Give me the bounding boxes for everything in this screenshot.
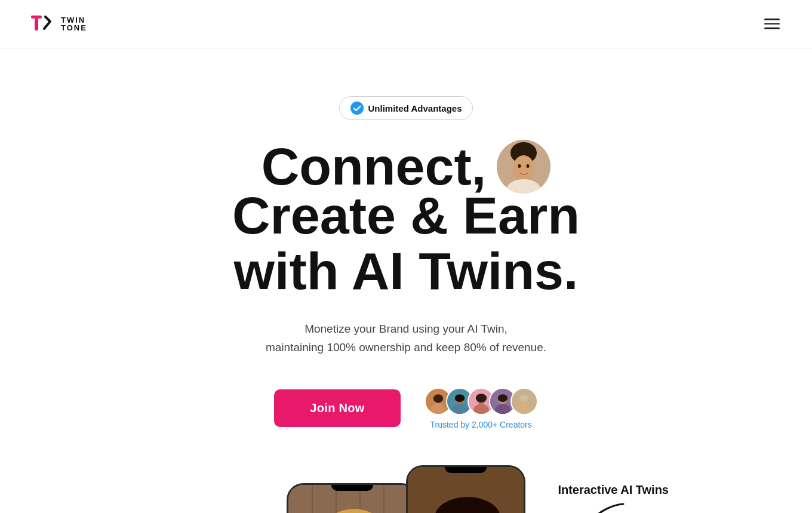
svg-point-12 [430, 404, 446, 415]
phone-notch-left [331, 485, 373, 491]
hero-section: Unlimited Advantages Connect, [0, 48, 812, 513]
svg-point-11 [433, 394, 442, 403]
join-now-button[interactable]: Join Now [274, 389, 400, 427]
logo[interactable]: TWIN TONE [29, 11, 87, 37]
interactive-label-block: Interactive AI Twins [558, 483, 669, 513]
logo-tone: TONE [61, 24, 87, 32]
check-icon [350, 102, 364, 115]
svg-rect-0 [31, 16, 42, 19]
interactive-label: Interactive AI Twins [558, 483, 669, 497]
trusted-block: Trusted by 2,000+ Creators [425, 388, 538, 429]
svg-rect-1 [35, 19, 38, 30]
phone-notch-right [445, 467, 487, 473]
hero-text-ai-twins: with AI Twins. [234, 244, 579, 299]
svg-point-19 [476, 394, 487, 403]
svg-point-6 [518, 164, 521, 168]
svg-point-27 [519, 395, 528, 401]
hamburger-menu[interactable] [761, 15, 783, 33]
svg-point-15 [454, 394, 464, 402]
hamburger-line-3 [764, 27, 780, 29]
badge-label: Unlimited Advantages [368, 103, 462, 113]
header: TWIN TONE [0, 0, 812, 48]
avatar-5 [510, 388, 538, 415]
svg-point-16 [452, 404, 467, 415]
svg-point-2 [350, 102, 364, 115]
cta-row: Join Now [274, 388, 537, 429]
logo-icon [29, 11, 55, 37]
avatar-stack [425, 388, 538, 415]
arrow-icon [570, 499, 629, 513]
phone-section: Interactive AI Twins [0, 453, 812, 513]
phone-right-display [408, 467, 524, 513]
svg-point-24 [495, 404, 510, 415]
hamburger-line-2 [764, 23, 780, 25]
logo-text: TWIN TONE [61, 16, 87, 32]
hero-subtext-line1: Monetize your Brand using your AI Twin, [304, 322, 508, 335]
advantages-badge: Unlimited Advantages [339, 96, 473, 120]
svg-point-28 [516, 404, 532, 415]
phone-left [287, 483, 418, 513]
hamburger-line-1 [764, 19, 780, 20]
svg-point-20 [473, 404, 489, 415]
hero-subtext-line2: maintaining 100% ownership and keep 80% … [266, 341, 546, 354]
phone-right [406, 465, 525, 513]
svg-point-7 [527, 164, 530, 168]
svg-point-23 [497, 394, 507, 402]
hero-subtext: Monetize your Brand using your AI Twin, … [266, 320, 546, 357]
main-content: Unlimited Advantages Connect, [0, 48, 812, 513]
svg-point-5 [513, 155, 534, 182]
trusted-text: Trusted by 2,000+ Creators [430, 420, 531, 429]
hero-text-create-earn: Create & Earn [232, 188, 580, 243]
